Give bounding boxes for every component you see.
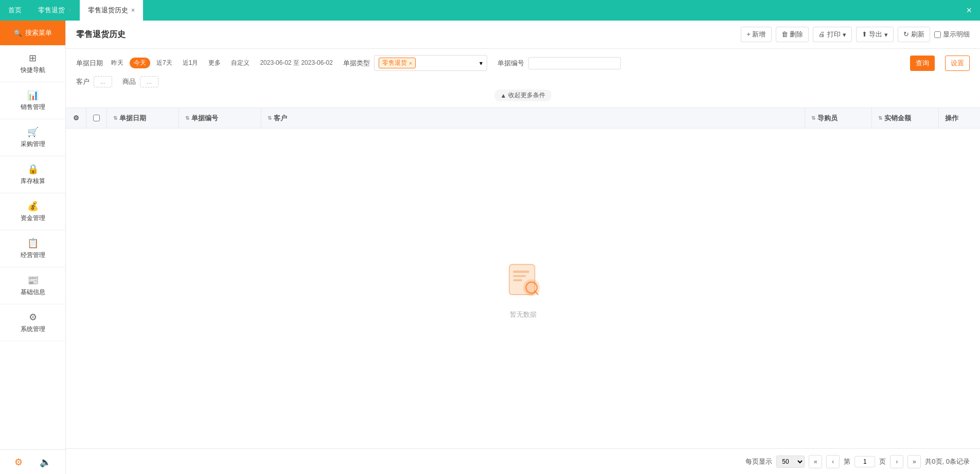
bill-type-tag-close[interactable]: × [409,60,412,66]
sidebar-item-inventory[interactable]: 🔒 库存核算 [0,156,65,193]
query-button[interactable]: 查询 [910,56,935,71]
collapse-button[interactable]: ▲ 收起更多条件 [494,89,552,101]
pagination-prev[interactable]: ‹ [826,455,840,468]
pagination-last[interactable]: » [907,455,921,468]
page-title: 零售退货历史 [76,29,126,40]
sidebar-item-purchase-mgmt[interactable]: 🛒 采购管理 [0,119,65,156]
pagination-next[interactable]: › [890,455,903,468]
display-toggle[interactable]: 显示明细 [934,30,970,39]
filter-row-1: 单据日期 昨天 今天 近7天 近1月 更多 自定义 2023-06-02 至 2… [76,55,970,71]
col-checkbox[interactable] [86,108,107,128]
filter-row-2: 客户 ... 商品 ... [76,76,970,87]
settings-button[interactable]: 设置 [945,56,970,71]
per-page-select[interactable]: 50 20 100 [776,455,805,468]
pagination: 每页显示 50 20 100 « ‹ 第 页 › » 共0页, 0条记录 [66,448,980,474]
finance-icon: 💰 [27,200,39,212]
window-close-button[interactable]: × [966,0,980,21]
col-op-label: 操作 [945,114,958,123]
tab-retail-return-history[interactable]: 零售退货历史 × [80,0,143,21]
query-label: 查询 [916,59,929,68]
export-dropdown-icon: ▾ [884,31,888,39]
export-button[interactable]: ⬆ 导出 ▾ [856,27,894,42]
system-icon: ⚙ [29,312,37,323]
col-settings[interactable]: ⚙ [66,108,86,128]
tab-home-label: 首页 [8,6,22,15]
empty-state: 暂无数据 [66,129,980,448]
date-options: 昨天 今天 近7天 近1月 更多 自定义 [107,58,254,68]
last-page-icon: » [913,458,916,465]
date-1month[interactable]: 近1月 [179,58,203,68]
col-amount[interactable]: ⇅ 实销金额 [872,108,939,128]
new-button[interactable]: + 新增 [741,27,771,42]
sort-billno-icon: ⇅ [185,115,189,121]
sound-bottom-icon[interactable]: 🔈 [40,457,51,468]
date-yesterday[interactable]: 昨天 [107,58,128,68]
page-input[interactable] [854,456,875,467]
export-label: ⬆ 导出 [862,30,883,39]
quick-nav-icon: ⊞ [29,52,37,64]
settings-label: 设置 [951,59,964,68]
bill-no-label: 单据编号 [497,59,524,68]
sidebar-item-quick-nav-label: 快捷导航 [21,66,45,75]
sidebar-item-finance-label: 资金管理 [21,214,45,223]
sidebar-item-basic-info[interactable]: 📰 基础信息 [0,267,65,304]
date-custom[interactable]: 自定义 [227,58,254,68]
col-op: 操作 [939,108,980,128]
col-customer-label: 客户 [274,114,287,123]
next-page-icon: › [896,458,898,465]
bill-no-filter-group: 单据编号 [497,57,621,69]
col-customer[interactable]: ⇅ 客户 [261,108,805,128]
customer-label: 客户 [76,77,90,86]
col-billno[interactable]: ⇅ 单据编号 [179,108,261,128]
page-text: 第 [844,457,850,466]
svg-rect-1 [513,270,529,273]
refresh-button[interactable]: ↻ 刷新 [898,27,930,42]
collapse-label: 收起更多条件 [508,91,545,100]
sidebar-item-quick-nav[interactable]: ⊞ 快捷导航 [0,45,65,82]
date-range-display: 2023-06-02 至 2023-06-02 [260,59,332,67]
print-dropdown-icon: ▾ [843,31,846,39]
pagination-first[interactable]: « [809,455,822,468]
filter-area: 单据日期 昨天 今天 近7天 近1月 更多 自定义 2023-06-02 至 2… [66,49,980,108]
top-bar: 首页 零售退货 × 零售退货历史 × × [0,0,980,21]
close-icon: × [966,5,972,16]
bill-type-label: 单据类型 [343,59,370,68]
col-date[interactable]: ⇅ 单据日期 [107,108,179,128]
sidebar-search[interactable]: 🔍 搜索菜单 [0,21,65,45]
tab-home[interactable]: 首页 [0,0,30,21]
sidebar-item-system-mgmt[interactable]: ⚙ 系统管理 [0,304,65,341]
first-page-icon: « [814,458,817,465]
settings-bottom-icon[interactable]: ⚙ [14,457,23,468]
select-all-checkbox[interactable] [93,115,100,121]
date-7days[interactable]: 近7天 [152,58,176,68]
customer-ellipsis[interactable]: ... [94,76,112,87]
print-label: 🖨 打印 [818,30,841,39]
sidebar-item-finance[interactable]: 💰 资金管理 [0,193,65,230]
date-today[interactable]: 今天 [130,58,150,68]
delete-button[interactable]: 🗑 删除 [776,27,809,42]
new-label: + 新增 [746,30,765,39]
search-icon: 🔍 [14,29,22,37]
date-more[interactable]: 更多 [204,58,225,68]
date-filter-label: 单据日期 [76,59,103,68]
col-guide-label: 导购员 [817,114,838,123]
tab-retail-return-history-close[interactable]: × [131,7,135,14]
sidebar-bottom: ⚙ 🔈 [0,449,65,474]
sidebar-item-sales-mgmt[interactable]: 📊 销售管理 [0,82,65,119]
col-guide[interactable]: ⇅ 导购员 [805,108,872,128]
sidebar-item-operations[interactable]: 📋 经营管理 [0,230,65,267]
per-page-label: 每页显示 [745,457,772,466]
basic-info-icon: 📰 [27,275,39,286]
print-button[interactable]: 🖨 打印 ▾ [813,27,852,42]
tab-retail-return-close[interactable]: × [68,7,72,14]
col-billno-label: 单据编号 [191,114,218,123]
bill-no-input[interactable] [528,57,621,69]
bill-type-select[interactable]: 零售退货 × ▾ [374,55,487,71]
goods-ellipsis[interactable]: ... [140,76,158,87]
customer-filter-group: 客户 ... [76,76,112,87]
content-area: 零售退货历史 + 新增 🗑 删除 🖨 打印 ▾ ⬆ 导出 ▾ ↻ 刷新 [66,21,980,474]
display-toggle-checkbox[interactable] [934,31,941,38]
bill-type-tag-label: 零售退货 [382,59,407,67]
sort-guide-icon: ⇅ [811,115,815,121]
tab-retail-return[interactable]: 零售退货 × [30,0,80,21]
